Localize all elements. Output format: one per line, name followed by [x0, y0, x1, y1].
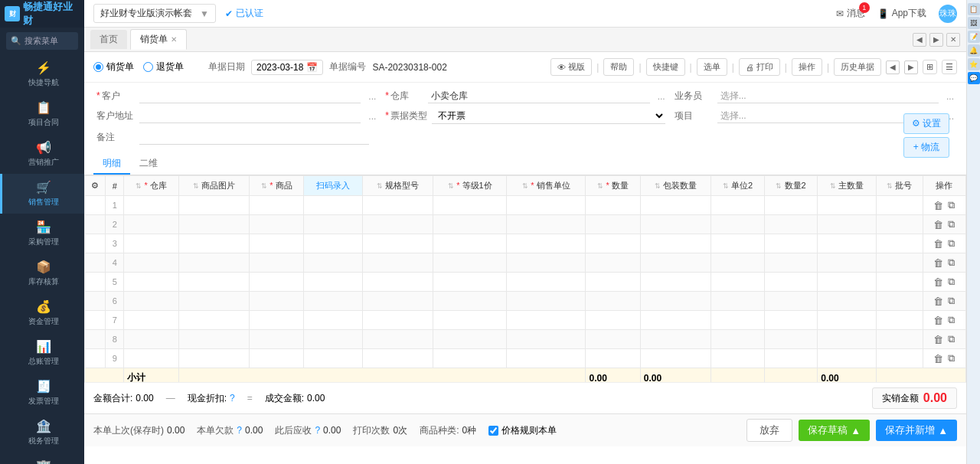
- row-unit2[interactable]: [711, 311, 765, 330]
- price-check-checkbox[interactable]: [488, 426, 498, 436]
- row-spec[interactable]: [362, 215, 433, 234]
- row-batch[interactable]: [876, 330, 923, 349]
- row-qty2[interactable]: [764, 215, 818, 234]
- remarks-input[interactable]: [139, 130, 369, 145]
- row-main-qty[interactable]: [818, 292, 877, 311]
- company-select[interactable]: 好业财专业版演示帐套 ▼: [93, 4, 216, 23]
- row-warehouse[interactable]: [124, 253, 178, 273]
- save-new-button[interactable]: 保存并新增 ▲: [876, 420, 957, 441]
- row-barcode[interactable]: [304, 292, 362, 311]
- row-pack-qty[interactable]: [640, 215, 710, 234]
- row-pack-qty[interactable]: [640, 253, 710, 273]
- row-main-qty[interactable]: [818, 330, 877, 349]
- row-price1[interactable]: [433, 292, 507, 311]
- row-warehouse[interactable]: [124, 330, 178, 349]
- customer-addr-input[interactable]: [139, 109, 361, 123]
- row-barcode[interactable]: [304, 253, 362, 273]
- row-qty2[interactable]: [764, 273, 818, 292]
- row-quantity[interactable]: [586, 330, 640, 349]
- row-copy-button[interactable]: ⧉: [947, 275, 956, 289]
- row-batch[interactable]: [876, 234, 923, 253]
- date-input[interactable]: 2023-03-18 📅: [251, 60, 323, 75]
- radio-sale[interactable]: 销货单: [93, 60, 134, 74]
- row-sales-unit[interactable]: [507, 292, 586, 311]
- row-sales-unit[interactable]: [507, 215, 586, 234]
- row-batch[interactable]: [876, 215, 923, 234]
- row-copy-button[interactable]: ⧉: [947, 237, 956, 250]
- right-panel-icon-5[interactable]: ⭐: [968, 58, 980, 70]
- row-product[interactable]: [250, 292, 304, 311]
- app-download-button[interactable]: 📱 App下载: [877, 7, 926, 20]
- row-barcode[interactable]: [304, 273, 362, 292]
- row-barcode[interactable]: [304, 234, 362, 253]
- row-barcode[interactable]: [304, 215, 362, 234]
- row-main-qty[interactable]: [818, 349, 877, 368]
- tab-home[interactable]: 首页: [90, 30, 127, 49]
- row-copy-button[interactable]: ⧉: [947, 313, 956, 327]
- row-pack-qty[interactable]: [640, 292, 710, 311]
- warehouse-dots-button[interactable]: ...: [658, 91, 665, 102]
- view-table-icon[interactable]: ⊞: [923, 60, 937, 74]
- save-draft-button[interactable]: 保存草稿 ▲: [799, 420, 870, 441]
- row-delete-button[interactable]: 🗑: [933, 276, 944, 289]
- row-batch[interactable]: [876, 292, 923, 311]
- invoice-type-dropdown[interactable]: 不开票 增值税普通发票 增值税专用发票: [432, 108, 665, 124]
- row-pack-qty[interactable]: [640, 349, 710, 368]
- row-delete-button[interactable]: 🗑: [933, 314, 944, 327]
- shortcut-button[interactable]: 快捷键: [646, 58, 685, 76]
- row-price1[interactable]: [433, 311, 507, 330]
- warehouse-input[interactable]: [428, 89, 649, 103]
- row-product-img[interactable]: [178, 215, 249, 234]
- row-warehouse[interactable]: [124, 311, 178, 330]
- row-main-qty[interactable]: [818, 311, 877, 330]
- row-unit2[interactable]: [711, 292, 765, 311]
- row-spec[interactable]: [362, 349, 433, 368]
- discard-button[interactable]: 放弃: [746, 419, 792, 442]
- right-panel-icon-1[interactable]: 📋: [968, 3, 980, 15]
- row-quantity[interactable]: [586, 349, 640, 368]
- row-copy-button[interactable]: ⧉: [947, 256, 956, 270]
- row-quantity[interactable]: [586, 253, 640, 273]
- row-product[interactable]: [250, 215, 304, 234]
- row-copy-button[interactable]: ⧉: [947, 294, 956, 308]
- row-price1[interactable]: [433, 273, 507, 292]
- row-copy-button[interactable]: ⧉: [947, 332, 956, 346]
- row-qty2[interactable]: [764, 196, 818, 215]
- row-unit2[interactable]: [711, 273, 765, 292]
- row-qty2[interactable]: [764, 292, 818, 311]
- row-product[interactable]: [250, 311, 304, 330]
- row-barcode[interactable]: [304, 349, 362, 368]
- row-price1[interactable]: [433, 253, 507, 273]
- sidebar-item-capital[interactable]: 💰 资金管理: [0, 293, 84, 333]
- row-batch[interactable]: [876, 311, 923, 330]
- row-qty2[interactable]: [764, 234, 818, 253]
- row-unit2[interactable]: [711, 349, 765, 368]
- row-warehouse[interactable]: [124, 349, 178, 368]
- row-sales-unit[interactable]: [507, 234, 586, 253]
- row-delete-button[interactable]: 🗑: [933, 237, 944, 250]
- row-delete-button[interactable]: 🗑: [933, 333, 944, 346]
- history-button[interactable]: 历史单据: [834, 58, 881, 76]
- row-pack-qty[interactable]: [640, 196, 710, 215]
- row-sales-unit[interactable]: [507, 349, 586, 368]
- right-panel-icon-6[interactable]: 💬: [968, 72, 980, 84]
- sidebar-item-quick-nav[interactable]: ⚡ 快捷导航: [0, 54, 84, 94]
- tab-detail[interactable]: 明细: [93, 154, 130, 175]
- row-warehouse[interactable]: [124, 273, 178, 292]
- row-product-img[interactable]: [178, 349, 249, 368]
- row-pack-qty[interactable]: [640, 311, 710, 330]
- row-unit2[interactable]: [711, 196, 765, 215]
- row-pack-qty[interactable]: [640, 330, 710, 349]
- tab-close-icon[interactable]: ✕: [171, 35, 177, 44]
- row-main-qty[interactable]: [818, 215, 877, 234]
- row-spec[interactable]: [362, 196, 433, 215]
- sidebar-item-account[interactable]: 📊 总账管理: [0, 333, 84, 373]
- row-unit2[interactable]: [711, 253, 765, 273]
- row-warehouse[interactable]: [124, 215, 178, 234]
- row-product-img[interactable]: [178, 330, 249, 349]
- operations-button[interactable]: 操作: [792, 58, 822, 76]
- sidebar-item-inventory[interactable]: 📦 库存核算: [0, 253, 84, 293]
- row-spec[interactable]: [362, 234, 433, 253]
- radio-return[interactable]: 退货单: [143, 60, 184, 74]
- row-product-img[interactable]: [178, 273, 249, 292]
